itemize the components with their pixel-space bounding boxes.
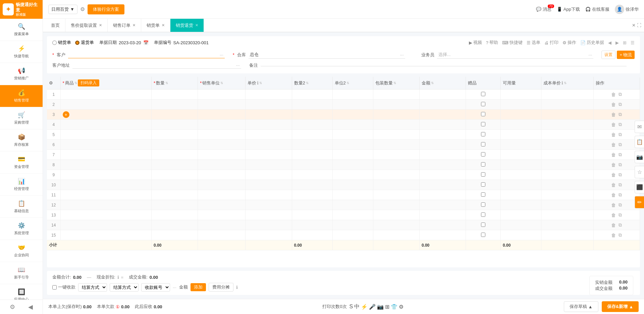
sort-icon[interactable]: ⇅: [220, 81, 223, 85]
copy-icon[interactable]: ⧉: [619, 212, 622, 218]
warehouse-dots[interactable]: ···: [400, 52, 404, 57]
gift-cell[interactable]: [466, 230, 501, 240]
delete-icon[interactable]: 🗑: [611, 212, 616, 218]
tool1-icon[interactable]: 中: [354, 303, 360, 310]
sort-icon[interactable]: ⇅: [564, 81, 567, 85]
gift-checkbox[interactable]: [481, 212, 485, 217]
copy-icon[interactable]: ⧉: [619, 232, 622, 238]
tab-home[interactable]: 首页: [46, 19, 65, 32]
toolbar-print[interactable]: 🖨 打印: [544, 40, 558, 46]
sidebar-item-purchase[interactable]: 🛒 采购管理: [0, 107, 43, 129]
delete-icon[interactable]: 🗑: [611, 102, 616, 107]
delete-icon[interactable]: 🗑: [611, 192, 616, 198]
gift-cell[interactable]: [466, 170, 501, 180]
sort-icon[interactable]: ⇅: [306, 81, 309, 85]
tab-close-icon[interactable]: ✕: [162, 23, 165, 27]
remark-input[interactable]: [261, 65, 627, 66]
delete-icon[interactable]: 🗑: [611, 202, 616, 208]
sidebar-item-inventory[interactable]: 📦 库存核算: [0, 129, 43, 151]
copy-icon[interactable]: ⧉: [619, 162, 622, 168]
product-cell[interactable]: [60, 120, 151, 130]
right-panel-btn-4[interactable]: ☆: [635, 166, 644, 178]
collapse-icon[interactable]: ◀: [28, 303, 33, 311]
online-support-btn[interactable]: 🎧 在线客服: [585, 6, 609, 12]
toolbar-video[interactable]: ▶ 视频: [469, 40, 482, 46]
gift-checkbox[interactable]: [481, 152, 485, 156]
sidebar-item-cooperation[interactable]: 🤝 企业协同: [0, 240, 43, 262]
tab-sales-order[interactable]: 销售订单 ✕: [108, 19, 141, 32]
tab-close-icon[interactable]: ✕: [195, 23, 198, 27]
sort-icon[interactable]: ⇅: [393, 81, 396, 85]
tool6-icon[interactable]: 👕: [391, 304, 397, 310]
sidebar-item-sales[interactable]: 💰 销售管理: [0, 85, 43, 107]
tool5-icon[interactable]: ⊞: [385, 304, 389, 310]
toolbar-select[interactable]: ☰ 选单: [527, 40, 540, 46]
experience-btn[interactable]: 体验行业方案: [88, 4, 124, 14]
product-cell[interactable]: [60, 89, 151, 100]
copy-icon[interactable]: ⧉: [619, 122, 622, 127]
product-cell[interactable]: [60, 150, 151, 160]
topbar-gear-icon[interactable]: ⚙: [80, 6, 85, 12]
delete-icon[interactable]: 🗑: [611, 162, 616, 168]
gift-checkbox[interactable]: [481, 132, 485, 136]
product-cell[interactable]: [60, 100, 151, 110]
right-panel-btn-6[interactable]: ✏: [635, 196, 644, 208]
tab-close-icon[interactable]: ✕: [99, 23, 102, 27]
tool4-icon[interactable]: 📷: [377, 304, 384, 310]
product-cell[interactable]: [60, 160, 151, 170]
gift-cell[interactable]: [466, 160, 501, 170]
nav-next-icon[interactable]: ▶: [615, 40, 619, 45]
add-btn[interactable]: 添加: [191, 283, 206, 291]
save-new-btn[interactable]: 保存&新增 ▲: [602, 301, 639, 312]
gift-checkbox[interactable]: [481, 202, 485, 207]
tab-price-setting[interactable]: 售价提取设置 ✕: [65, 19, 108, 32]
gift-cell[interactable]: [466, 200, 501, 210]
grid-view-icon[interactable]: ⊞: [623, 40, 627, 45]
tab-sales-return[interactable]: 销货退货 ✕: [170, 19, 204, 32]
gift-checkbox[interactable]: [481, 162, 485, 167]
settings-footer-icon[interactable]: ⚙: [10, 303, 15, 311]
list-view-icon[interactable]: ☰: [631, 40, 635, 45]
copy-icon[interactable]: ⧉: [619, 182, 622, 188]
fee-btn[interactable]: 费用分摊: [209, 283, 233, 292]
gift-cell[interactable]: [466, 140, 501, 150]
sort-icon[interactable]: ⇅: [431, 81, 434, 85]
gear-icon[interactable]: ⚙: [49, 80, 53, 85]
product-cell[interactable]: [60, 180, 151, 190]
salesperson-input[interactable]: 选择... ···: [437, 51, 594, 59]
delete-icon[interactable]: 🗑: [611, 223, 616, 228]
delete-icon[interactable]: 🗑: [611, 182, 616, 188]
copy-icon[interactable]: ⧉: [619, 202, 622, 208]
delete-icon[interactable]: 🗑: [611, 233, 616, 238]
industry-select[interactable]: 日用百货 ▼: [48, 5, 77, 14]
tool3-icon[interactable]: 🎤: [369, 304, 376, 310]
gift-cell[interactable]: [466, 180, 501, 190]
gift-cell[interactable]: [466, 150, 501, 160]
sort-icon[interactable]: ⇅: [74, 81, 77, 85]
right-panel-btn-5[interactable]: ⬛: [635, 181, 644, 193]
address-input[interactable]: ···: [72, 62, 241, 69]
account-select[interactable]: 收款账号 账号: [141, 283, 170, 292]
gift-checkbox[interactable]: [481, 192, 485, 197]
sidebar-item-system[interactable]: ⚙️ 系统管理: [0, 218, 43, 240]
app-download-btn[interactable]: 📱 App下载: [557, 6, 580, 12]
sidebar-item-operations[interactable]: 📊 经营管理: [0, 174, 43, 196]
delete-icon[interactable]: 🗑: [611, 112, 616, 117]
copy-icon[interactable]: ⧉: [619, 132, 622, 137]
tool7-icon[interactable]: ⚙: [399, 304, 404, 310]
product-cell[interactable]: [60, 170, 151, 180]
calc-method-select[interactable]: 结算方式: [110, 283, 139, 292]
calendar-icon[interactable]: 📅: [143, 40, 149, 45]
gift-cell[interactable]: [466, 120, 501, 130]
sidebar-item-appstore[interactable]: 🔲 应用中心: [0, 284, 43, 300]
delete-icon[interactable]: 🗑: [611, 152, 616, 158]
product-cell[interactable]: +: [60, 110, 151, 120]
payment-method-select[interactable]: 结算方式: [78, 283, 107, 292]
toolbar-history[interactable]: 📄 历史单据: [580, 40, 604, 46]
one-click-payment-check[interactable]: 一键收款: [52, 284, 75, 290]
gift-checkbox[interactable]: [481, 92, 485, 96]
delete-icon[interactable]: 🗑: [611, 122, 616, 127]
sort-icon[interactable]: ⇅: [346, 81, 349, 85]
sidebar-item-finance[interactable]: 💳 资金管理: [0, 151, 43, 174]
product-cell[interactable]: [60, 210, 151, 220]
